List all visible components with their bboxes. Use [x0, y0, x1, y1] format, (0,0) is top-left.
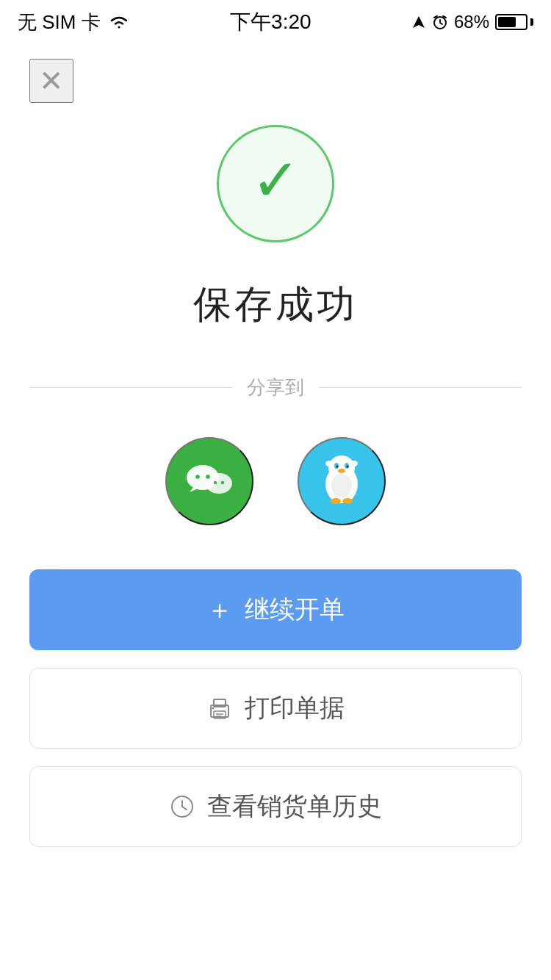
status-left: 无 SIM 卡: [18, 10, 130, 35]
status-time: 下午3:20: [230, 8, 311, 36]
battery-icon: [495, 14, 533, 30]
main-content: ✕ ✓ 保存成功 分享到: [0, 44, 551, 847]
continue-label: 继续开单: [245, 593, 345, 627]
svg-point-15: [331, 498, 341, 504]
svg-point-24: [212, 707, 215, 710]
share-label: 分享到: [247, 375, 304, 400]
divider-left: [29, 387, 232, 388]
continue-button[interactable]: ＋ 继续开单: [29, 569, 522, 650]
divider-right: [319, 387, 522, 388]
check-icon: ✓: [251, 151, 300, 210]
share-divider: 分享到: [29, 375, 522, 400]
wifi-icon: [108, 14, 130, 30]
success-area: ✓ 保存成功: [29, 125, 522, 331]
svg-point-6: [221, 481, 224, 484]
status-right: 68%: [411, 12, 533, 32]
wechat-icon: [184, 460, 235, 502]
action-buttons: ＋ 继续开单 打印单据 查看销货单历史: [29, 569, 522, 847]
printer-icon: [206, 695, 233, 721]
svg-point-11: [336, 466, 339, 468]
qq-icon: [319, 455, 364, 508]
alarm-icon: [432, 14, 448, 30]
history-button[interactable]: 查看销货单历史: [29, 766, 522, 847]
svg-point-14: [331, 474, 352, 497]
share-icons: [29, 437, 522, 525]
print-label: 打印单据: [245, 691, 345, 725]
close-button[interactable]: ✕: [29, 59, 73, 103]
svg-point-12: [347, 466, 349, 468]
status-bar: 无 SIM 卡 下午3:20 68%: [0, 0, 551, 44]
history-label: 查看销货单历史: [207, 790, 382, 824]
wechat-share-button[interactable]: [165, 437, 253, 525]
clock-icon: [169, 793, 195, 820]
plus-icon: ＋: [206, 592, 233, 628]
svg-point-4: [206, 475, 210, 479]
battery-percent: 68%: [454, 12, 489, 32]
location-icon: [411, 15, 426, 29]
svg-point-13: [338, 469, 345, 473]
print-button[interactable]: 打印单据: [29, 668, 522, 749]
svg-point-3: [195, 475, 200, 479]
success-title: 保存成功: [193, 279, 358, 331]
qq-share-button[interactable]: [298, 437, 386, 525]
sim-label: 无 SIM 卡: [18, 10, 101, 35]
svg-point-16: [342, 498, 353, 504]
svg-point-5: [214, 481, 217, 484]
svg-point-18: [350, 461, 358, 466]
share-section: 分享到: [29, 375, 522, 525]
success-circle: ✓: [217, 125, 334, 242]
svg-point-17: [325, 461, 333, 466]
close-icon: ✕: [39, 66, 64, 96]
